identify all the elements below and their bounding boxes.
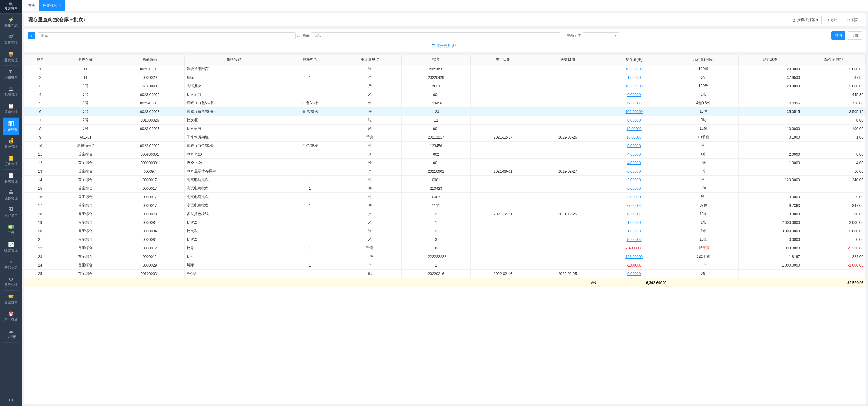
cell-warehouse: 1号 bbox=[56, 99, 115, 107]
cell-qty-main[interactable]: 100.00000 bbox=[600, 107, 668, 116]
cell-id: 12 bbox=[24, 159, 56, 167]
cell-qty-main[interactable]: 0.00000 bbox=[600, 116, 668, 125]
cell-name: 批号 bbox=[185, 244, 282, 252]
cell-qty-main[interactable]: 0.00000 bbox=[600, 184, 668, 193]
cell-spec: 白色/灰橡 bbox=[282, 107, 338, 116]
export-button[interactable]: ↑ 导出 bbox=[824, 16, 841, 24]
sidebar-item-电商管理[interactable]: 💻电商管理 bbox=[3, 83, 19, 100]
cell-qty-main[interactable]: 100.00000 bbox=[600, 65, 668, 73]
cell-prod-date bbox=[471, 227, 535, 235]
cell-batch: 2 bbox=[402, 227, 471, 235]
cell-qty-main[interactable]: -1.00000 bbox=[600, 261, 668, 270]
sidebar-item-企业协同[interactable]: 🤝企业协同 bbox=[3, 291, 19, 308]
cell-qty-main[interactable]: 87.00000 bbox=[600, 201, 668, 210]
sidebar-item-采购管理[interactable]: 📋采购管理 bbox=[3, 100, 19, 117]
sidebar-item-经营管理[interactable]: 📈经营管理 bbox=[3, 238, 19, 256]
sidebar-item-资金管理[interactable]: 💰资金管理 bbox=[3, 135, 19, 152]
cell-qty-main[interactable]: 10.00000 bbox=[600, 125, 668, 133]
table-row: 10 测试适当2 0023-00008 富诚（白色/灰橡） 白色/灰橡 件 12… bbox=[24, 142, 866, 150]
cell-qty-main[interactable]: 1.00000 bbox=[600, 73, 668, 82]
cell-exp-date bbox=[535, 116, 600, 125]
cell-qty-main[interactable]: 0.00000 bbox=[600, 167, 668, 176]
sidebar-item-总账管理[interactable]: 📒总账管理 bbox=[3, 152, 19, 170]
cell-qty-main[interactable]: 2.00000 bbox=[600, 176, 668, 184]
tab-home[interactable]: 首页 bbox=[24, 0, 39, 11]
sidebar-item-税务管理[interactable]: 🏛税务管理 bbox=[3, 187, 19, 204]
cell-cost: 2.0000 bbox=[738, 150, 802, 159]
filter-expand-arrow[interactable]: › bbox=[28, 32, 35, 39]
cell-prod-date bbox=[471, 99, 535, 107]
sidebar-item-工资[interactable]: 💵工资 bbox=[3, 221, 19, 238]
cell-cost bbox=[738, 142, 802, 150]
sidebar-item-快捷导航[interactable]: ⚡快捷导航 bbox=[3, 14, 19, 31]
cell-unit: 米 bbox=[338, 91, 402, 99]
cell-name: 测试电商批次 bbox=[185, 193, 282, 201]
cell-qty-main[interactable]: 0.00000 bbox=[600, 91, 668, 99]
print-button[interactable]: 🖨 按模板打印 ▾ bbox=[789, 16, 822, 24]
sidebar-item-小额电商[interactable]: 🛍小额电商 bbox=[3, 66, 19, 83]
cell-qty-main[interactable]: 1.00000 bbox=[600, 227, 668, 235]
cell-name: POS 批次 bbox=[185, 150, 282, 159]
cell-qty-main[interactable]: 1.00000 bbox=[600, 218, 668, 227]
cell-qty-pkg: 87件 bbox=[668, 201, 739, 210]
cell-batch: 001 bbox=[402, 91, 471, 99]
col-warehouse: 仓库名称 bbox=[56, 55, 115, 65]
cell-batch: 20220429 bbox=[402, 73, 471, 82]
sidebar-item-批发管理[interactable]: 📦批发管理 bbox=[3, 48, 19, 66]
warehouse-input[interactable] bbox=[38, 32, 296, 39]
cell-qty-main[interactable]: 3.00000 bbox=[600, 193, 668, 201]
cell-id: 3 bbox=[24, 82, 56, 91]
cell-qty-main[interactable]: 0.00000 bbox=[600, 270, 668, 278]
sidebar-item-云应用[interactable]: ☁云应用 bbox=[3, 325, 19, 343]
cell-qty-main[interactable]: 10.00000 bbox=[600, 210, 668, 218]
cell-qty-main[interactable]: 4.00000 bbox=[600, 159, 668, 167]
cell-qty-pkg: 10千克 bbox=[668, 133, 739, 142]
sidebar-item-基础信息[interactable]: ℹ基础信息 bbox=[3, 256, 19, 273]
cell-qty-main[interactable]: 10.00000 bbox=[600, 133, 668, 142]
cell-spec bbox=[282, 159, 338, 167]
cell-prod-date: 2021-12-21 bbox=[471, 210, 535, 218]
table-row: 16 首宝综合 0000017 测试电商批次 1 件 0003 3.00000 … bbox=[24, 193, 866, 201]
cell-name: 鱼饵A bbox=[185, 270, 282, 278]
search-button[interactable]: 查询 bbox=[831, 31, 845, 40]
cell-id: 17 bbox=[24, 201, 56, 210]
cell-qty-main[interactable]: -16.00000 bbox=[600, 244, 668, 252]
category-label: 商品分类 bbox=[567, 33, 581, 38]
product-input[interactable] bbox=[311, 32, 560, 39]
sidebar-item-零售管理[interactable]: 🛒零售管理 bbox=[3, 31, 19, 48]
table-row: 5 1号 0023-00005 富诚（白色/灰橡） 白色/灰橡 件 123456… bbox=[24, 99, 866, 107]
cell-name: 测试电商批次 bbox=[185, 184, 282, 193]
sidebar-label: 批发管理 bbox=[4, 58, 18, 62]
cell-code: 0000084 bbox=[115, 235, 185, 244]
settings-button[interactable]: 设置 bbox=[848, 31, 862, 40]
cell-qty-main[interactable]: 4.00000 bbox=[600, 150, 668, 159]
cell-qty-main[interactable]: 0.00000 bbox=[600, 142, 668, 150]
settings-icon[interactable]: ⚙ bbox=[0, 394, 22, 406]
cell-warehouse: 1号 bbox=[56, 82, 115, 91]
cell-qty-pkg: 2件 bbox=[668, 176, 739, 184]
sidebar-item-系统管理[interactable]: ⚙系统管理 bbox=[3, 273, 19, 291]
cell-batch: 2 bbox=[402, 210, 471, 218]
cell-amount: 1.00 bbox=[802, 133, 865, 142]
category-select[interactable] bbox=[583, 32, 619, 39]
col-prod-date: 生产日期 bbox=[471, 55, 535, 65]
sidebar-item-发票管理[interactable]: 🧾发票管理 bbox=[3, 170, 19, 187]
cell-qty-main[interactable]: 100.00000 bbox=[600, 82, 668, 91]
cell-prod-date: 2022-02-16 bbox=[471, 270, 535, 278]
cell-exp-date: 2022-03-26 bbox=[535, 133, 600, 142]
filter-expand-toggle[interactable]: ☰ 展开更多条件 bbox=[28, 42, 862, 49]
cell-qty-main[interactable]: 122.00000 bbox=[600, 252, 668, 261]
tab-active[interactable]: 库存批次 ✕ bbox=[39, 0, 65, 11]
sidebar-search[interactable]: 🔍 搜索菜单 bbox=[0, 0, 22, 14]
cell-qty-main[interactable]: 49.60000 bbox=[600, 99, 668, 107]
footer-empty2 bbox=[738, 278, 802, 287]
cell-qty-main[interactable]: 10.00000 bbox=[600, 235, 668, 244]
cell-id: 25 bbox=[24, 270, 56, 278]
sidebar-item-新手引导[interactable]: 🎯新手引导 bbox=[3, 308, 19, 325]
cell-id: 11 bbox=[24, 150, 56, 159]
cell-code: 0000017 bbox=[115, 193, 185, 201]
refresh-button[interactable]: ↻ 刷新 bbox=[844, 16, 862, 24]
sidebar-item-固定资产[interactable]: 🏗固定资产 bbox=[3, 204, 19, 221]
sidebar-item-库存核算[interactable]: 📊库存核算 bbox=[3, 117, 19, 135]
tab-close-button[interactable]: ✕ bbox=[59, 0, 62, 11]
